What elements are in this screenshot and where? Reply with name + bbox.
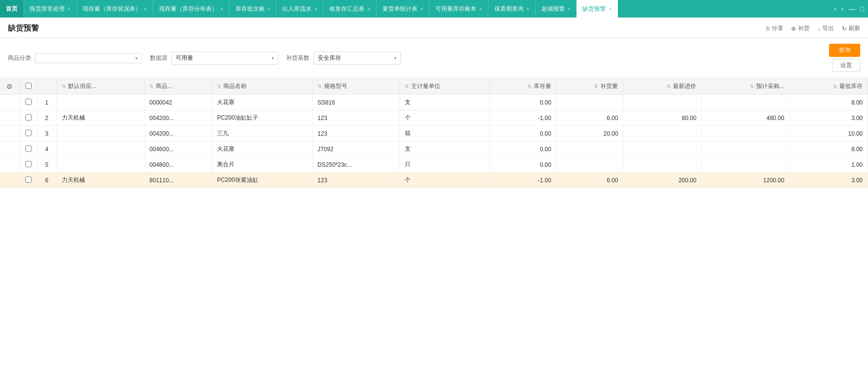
replenish-base-arrow: ▾ [394, 55, 397, 61]
tab-avail-ledger[interactable]: 可用量库存账本× [430, 0, 488, 18]
replenish-button[interactable]: ⊕ 补货 [791, 24, 810, 33]
col-code-header[interactable]: ⇅ 商品... [145, 78, 212, 95]
row-supplier-5: 力天机械 [56, 173, 145, 188]
check-all-checkbox[interactable] [25, 83, 32, 89]
col-supplier-header[interactable]: ⇅ 默认供应... [56, 78, 145, 95]
replenish-base-select[interactable]: 安全库存 ▾ [313, 52, 401, 65]
row-min-stock-0: 8.00 [789, 95, 868, 110]
share-button[interactable]: ⎘ 分享 [766, 24, 783, 33]
col-gear: ⚙ [0, 78, 19, 95]
col-unit-header[interactable]: ⇅ 主计量单位 [399, 78, 489, 95]
tab-label-abnormal: 拣货异常处理 [30, 5, 65, 13]
col-min-stock-header[interactable]: ⇅ 最低库存 [789, 78, 868, 95]
category-select[interactable]: ▾ [35, 53, 142, 63]
row-no-4: 5 [37, 157, 56, 173]
tab-close-inout-flow[interactable]: × [314, 6, 317, 12]
tab-close-recv-summary[interactable]: × [367, 6, 370, 12]
col-spec-header[interactable]: ⇅ 规格型号 [312, 78, 399, 95]
row-replenish-0 [556, 95, 623, 110]
row-gear-cell-0 [0, 95, 19, 110]
row-min-stock-3: 8.00 [789, 141, 868, 157]
row-supplier-3 [56, 141, 145, 157]
row-gear-cell-2 [0, 126, 19, 141]
refresh-button[interactable]: ↻ 刷新 [842, 24, 860, 33]
col-replenish-header[interactable]: ⇅ 补货量 [556, 78, 623, 95]
settings-button[interactable]: 设置 [832, 59, 860, 72]
tab-overstock[interactable]: 超储预警× [536, 0, 577, 18]
tab-recv-summary[interactable]: 收发存汇总表× [324, 0, 377, 18]
row-est-purchase-0 [702, 95, 790, 110]
row-code-3: 004600... [145, 141, 212, 157]
replenish-icon: ⊕ [791, 25, 796, 32]
tab-home[interactable]: 首页 [0, 0, 24, 18]
tab-close-order-stat[interactable]: × [420, 6, 423, 12]
tab-inout-flow[interactable]: 出入库流水× [276, 0, 324, 18]
row-checkbox-0[interactable] [25, 99, 32, 105]
tab-close-shortage[interactable]: × [609, 6, 612, 12]
tab-close-batch[interactable]: × [268, 6, 271, 12]
row-no-3: 4 [37, 141, 56, 157]
row-unit-3: 支 [399, 141, 489, 157]
tab-expiry[interactable]: 保质期查询× [488, 0, 536, 18]
row-supplier-4 [56, 157, 145, 173]
table-container: ⚙ ⇅ 默认供应... ⇅ 商品... ⇅ [0, 78, 868, 188]
sort-supplier-icon: ⇅ [62, 84, 66, 89]
tab-shortage[interactable]: 缺货预警× [577, 0, 618, 18]
row-gear-cell-1 [0, 110, 19, 126]
row-est-purchase-3 [702, 141, 790, 157]
tab-close-inventory-status[interactable]: × [144, 6, 147, 12]
col-stock-header[interactable]: ⇅ 库存量 [489, 78, 557, 95]
page-header: 缺货预警 ⎘ 分享 ⊕ 补货 ↓ 导出 ↻ 刷新 [0, 18, 868, 38]
tab-label-avail-ledger: 可用量库存账本 [435, 5, 476, 13]
row-checkbox-5[interactable] [25, 176, 32, 183]
tab-prev-button[interactable]: ‹ [832, 4, 838, 14]
tab-minimize-button[interactable]: — [847, 4, 857, 14]
col-est-purchase-header[interactable]: ⇅ 预计采购... [702, 78, 790, 95]
table-row: 10000042火花塞SS816支0.008.00 [0, 95, 868, 110]
tab-abnormal[interactable]: 拣货异常处理× [24, 0, 77, 18]
tab-close-expiry[interactable]: × [526, 6, 529, 12]
row-checkbox-2[interactable] [25, 130, 32, 136]
row-no-2: 3 [37, 126, 56, 141]
row-gear-cell-4 [0, 157, 19, 173]
row-checkbox-1[interactable] [25, 114, 32, 121]
tab-order-stat[interactable]: 要货单统计表× [377, 0, 430, 18]
tab-nav-controls: ‹ › — □ [830, 4, 868, 14]
export-button[interactable]: ↓ 导出 [817, 24, 834, 33]
row-check-cell-1 [19, 110, 37, 126]
row-checkbox-4[interactable] [25, 161, 32, 167]
tab-inventory-status[interactable]: 现存量（库存状况表）× [77, 0, 153, 18]
query-button[interactable]: 查询 [829, 44, 860, 57]
page-title: 缺货预警 [8, 23, 39, 34]
row-gear-cell-5 [0, 173, 19, 188]
replenish-base-filter-group: 补货基数 安全库存 ▾ [286, 52, 401, 65]
tab-inventory-dist[interactable]: 现存量（库存分布表）× [153, 0, 230, 18]
row-gear-cell-3 [0, 141, 19, 157]
tab-close-overstock[interactable]: × [568, 6, 571, 12]
row-stock-5: -1.00 [489, 173, 557, 188]
table-row: 4004600...火花塞J7092支0.008.00 [0, 141, 868, 157]
row-code-5: 801110... [145, 173, 212, 188]
datasource-select-value: 可用量 [176, 54, 193, 62]
row-check-cell-2 [19, 126, 37, 141]
sort-spec-icon: ⇅ [318, 84, 322, 89]
row-unit-2: 箱 [399, 126, 489, 141]
row-supplier-2 [56, 126, 145, 141]
tab-maximize-button[interactable]: □ [858, 4, 866, 14]
row-checkbox-3[interactable] [25, 145, 32, 152]
tab-next-button[interactable]: › [839, 4, 846, 14]
col-name-header[interactable]: ⇅ 商品名称 [212, 78, 312, 95]
gear-settings-button[interactable]: ⚙ [6, 83, 13, 90]
tab-label-home: 首页 [6, 5, 18, 13]
tab-batch[interactable]: 库存批次账× [230, 0, 277, 18]
row-spec-0: SS816 [312, 95, 399, 110]
tab-label-order-stat: 要货单统计表 [382, 5, 417, 13]
tab-close-avail-ledger[interactable]: × [479, 6, 482, 12]
tab-close-abnormal[interactable]: × [68, 6, 71, 12]
row-min-stock-1: 3.00 [789, 110, 868, 126]
datasource-select[interactable]: 可用量 ▾ [171, 52, 278, 65]
col-last-price-header[interactable]: ⇅ 最新进价 [623, 78, 702, 95]
tab-label-inventory-status: 现存量（库存状况表） [83, 5, 141, 13]
tab-label-recv-summary: 收发存汇总表 [329, 5, 364, 13]
tab-close-inventory-dist[interactable]: × [220, 6, 223, 12]
